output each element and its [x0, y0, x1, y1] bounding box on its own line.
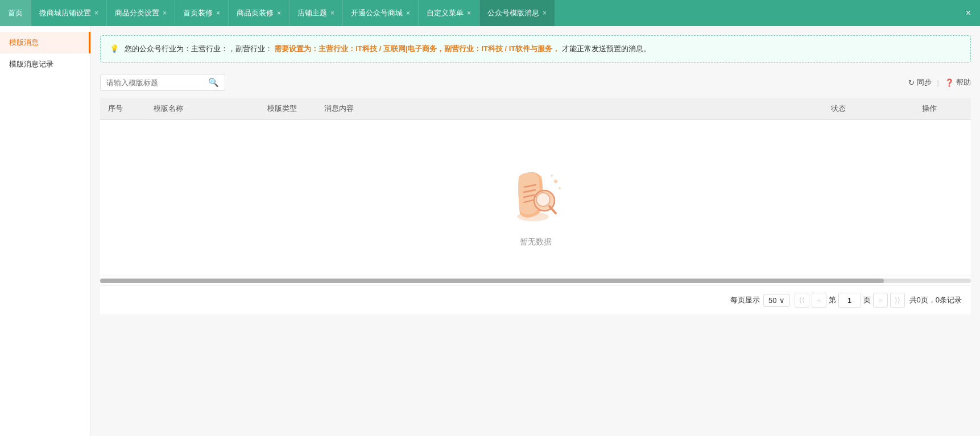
col-header-status: 状态 [823, 98, 914, 120]
sync-icon: ↻ [908, 78, 915, 87]
main-content: 💡 您的公众号行业为：主营行业：，副营行业： 需要设置为：主营行业：IT科技 /… [91, 26, 980, 436]
svg-point-6 [536, 193, 550, 206]
tab-product-category[interactable]: 商品分类设置 × [107, 0, 175, 26]
toolbar: 🔍 ↻ 同步 | ❓ 帮助 [100, 74, 971, 91]
next-page-button[interactable]: ＞ [873, 293, 888, 308]
close-icon[interactable]: × [330, 9, 334, 17]
tab-product-decor[interactable]: 商品页装修 × [229, 0, 290, 26]
tab-store-theme[interactable]: 店铺主题 × [290, 0, 343, 26]
empty-illustration [502, 160, 570, 228]
close-icon[interactable]: × [163, 9, 167, 17]
top-nav: 首页 微商城店铺设置 × 商品分类设置 × 首页装修 × 商品页装修 × 店铺主… [0, 0, 980, 26]
sidebar: 模版消息 模版消息记录 [0, 26, 91, 436]
tab-home[interactable]: 首页 [0, 0, 31, 26]
main-layout: 模版消息 模版消息记录 💡 您的公众号行业为：主营行业：，副营行业： 需要设置为… [0, 26, 980, 436]
close-all-button[interactable]: × [957, 0, 980, 26]
toolbar-right: ↻ 同步 | ❓ 帮助 [908, 77, 971, 88]
bulb-icon: 💡 [110, 44, 119, 53]
help-button[interactable]: ❓ 帮助 [945, 77, 971, 88]
scrollbar-thumb [100, 279, 884, 283]
search-input[interactable] [106, 78, 208, 87]
divider: | [937, 78, 939, 87]
horizontal-scrollbar[interactable] [100, 279, 971, 283]
close-icon[interactable]: × [94, 9, 98, 17]
tab-store-settings[interactable]: 微商城店铺设置 × [31, 0, 107, 26]
empty-state: 暂无数据 [108, 126, 963, 270]
col-header-seq: 序号 [100, 98, 146, 120]
per-page-dropdown[interactable]: 50 ∨ [763, 294, 789, 307]
prev-page-button[interactable]: ＜ [812, 293, 826, 308]
col-header-action: 操作 [914, 98, 971, 120]
empty-text: 暂无数据 [108, 237, 963, 247]
close-icon[interactable]: × [467, 9, 471, 17]
empty-state-cell: 暂无数据 [100, 120, 971, 276]
first-page-button[interactable]: ⟨⟨ [795, 293, 809, 308]
col-header-type: 模版类型 [259, 98, 316, 120]
close-icon[interactable]: × [543, 9, 547, 17]
close-icon[interactable]: × [216, 9, 220, 17]
svg-point-8 [554, 180, 557, 183]
close-icon[interactable]: × [406, 9, 410, 17]
total-label: 共0页，0条记录 [909, 295, 962, 305]
last-page-button[interactable]: ⟩⟩ [890, 293, 905, 308]
tab-template-msg[interactable]: 公众号模版消息 × [479, 0, 555, 26]
col-header-name: 模版名称 [146, 98, 259, 120]
col-header-content: 消息内容 [316, 98, 823, 120]
tab-home-decor[interactable]: 首页装修 × [175, 0, 229, 26]
sidebar-item-template-msg[interactable]: 模版消息 [0, 32, 90, 53]
tab-open-mall[interactable]: 开通公众号商城 × [343, 0, 419, 26]
close-icon[interactable]: × [277, 9, 281, 17]
empty-state-row: 暂无数据 [100, 120, 971, 276]
notice-box: 💡 您的公众号行业为：主营行业：，副营行业： 需要设置为：主营行业：IT科技 /… [100, 35, 971, 63]
svg-point-9 [559, 187, 561, 189]
svg-point-10 [551, 175, 553, 177]
search-box: 🔍 [100, 74, 225, 91]
pagination: 每页显示 50 ∨ ⟨⟨ ＜ 第 页 ＞ ⟩⟩ 共0页，0条记录 [100, 285, 971, 314]
sidebar-item-template-msg-record[interactable]: 模版消息记录 [0, 53, 90, 75]
chevron-down-icon: ∨ [779, 296, 785, 305]
sync-button[interactable]: ↻ 同步 [908, 77, 932, 88]
search-icon[interactable]: 🔍 [208, 77, 219, 88]
tab-custom-menu[interactable]: 自定义菜单 × [419, 0, 479, 26]
per-page-select: 每页显示 50 ∨ [730, 294, 789, 307]
current-page-input[interactable] [838, 293, 861, 308]
table-wrapper: 序号 模版名称 模版类型 消息内容 状态 [100, 98, 971, 285]
help-icon: ❓ [945, 78, 954, 87]
pager: ⟨⟨ ＜ 第 页 ＞ ⟩⟩ [795, 293, 905, 308]
table-header-row: 序号 模版名称 模版类型 消息内容 状态 [100, 98, 971, 120]
data-table: 序号 模版名称 模版类型 消息内容 状态 [100, 98, 971, 276]
